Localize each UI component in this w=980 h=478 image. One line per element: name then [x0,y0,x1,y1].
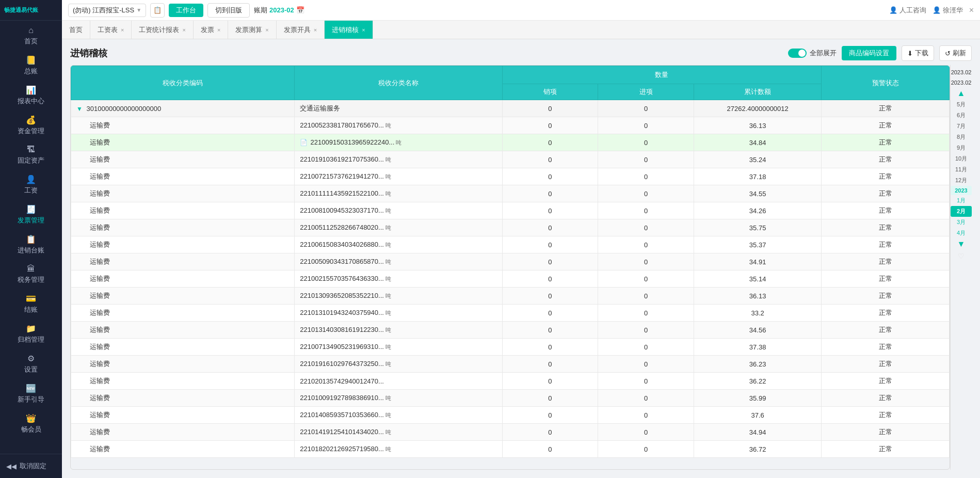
refresh-button[interactable]: ↺ 刷新 [939,45,972,61]
salary-icon: 👤 [26,174,36,184]
table-row[interactable]: 运输费 221007215737621941270... 吨 0 0 37.18… [71,168,950,185]
month-10[interactable]: 10月 [951,153,972,164]
right-panel-year-2023-2[interactable]: 2023.02 [950,77,973,88]
copy-button[interactable]: 📋 [150,3,165,18]
table-row[interactable]: 运输费 221011111435921522100... 吨 0 0 34.55… [71,185,950,202]
capital-icon: 💰 [26,115,36,125]
sidebar-item-report[interactable]: 📊报表中心 [0,80,62,110]
table-row[interactable]: 运输费 221010091927898386910... 吨 0 0 35.99… [71,390,950,407]
month-9[interactable]: 9月 [951,142,972,153]
sidebar-item-invoice[interactable]: 🧾发票管理 [0,199,62,229]
table-row[interactable]: 运输费 📄 221009150313965922240... 吨 0 0 34.… [71,134,950,151]
table-row[interactable]: 运输费 221013093652085352210... 吨 0 0 36.13… [71,288,950,305]
tab-payroll-stats[interactable]: 工资统计报表× [132,21,193,39]
topbar-close-button[interactable]: × [969,6,974,15]
sidebar-item-home[interactable]: ⌂首页 [0,21,62,50]
col-cumulative: 累计数额 [694,84,822,100]
sidebar-item-settle[interactable]: 💳结账 [0,289,62,318]
calendar-icon[interactable]: 📅 [296,6,304,14]
page-title: 进销稽核 [70,47,107,59]
tab-close-payroll[interactable]: × [121,27,124,33]
table-row[interactable]: 运输费 221005112528266748020... 吨 0 0 35.75… [71,219,950,236]
table-row[interactable]: 运输费 221013140308161912230... 吨 0 0 34.56… [71,322,950,339]
sidebar-item-tax[interactable]: 🏛税务管理 [0,259,62,289]
tab-close-invoice-open[interactable]: × [314,27,317,33]
company-selector[interactable]: (勿动) 江西报宝-LSS ▼ [68,4,146,17]
sidebar-item-member[interactable]: 👑畅会员 [0,408,62,438]
table-row[interactable]: 运输费 221019161029764373250... 吨 0 0 36.23… [71,356,950,373]
table-row[interactable]: 运输费 221002155703576436330... 吨 0 0 35.14… [71,270,950,288]
tab-close-invoice-calc[interactable]: × [265,27,268,33]
right-panel-year-2023-top[interactable]: 2023.02 [950,67,973,77]
sidebar-item-guide[interactable]: 🆕新手引导 [0,378,62,408]
col-quantity-group: 数量 [502,66,822,84]
customer-service[interactable]: 👤 人工咨询 [889,6,926,15]
nav-up-arrow[interactable]: ▲ [956,88,967,99]
home-icon: ⌂ [28,26,34,35]
month-11[interactable]: 11月 [951,164,972,175]
month-8[interactable]: 8月 [951,132,972,142]
tab-payroll[interactable]: 工资表× [90,21,132,39]
month-12[interactable]: 12月 [951,175,972,186]
table-row[interactable]: 运输费 221014085935710353660... 吨 0 0 37.6 … [71,407,950,424]
sidebar-item-ledger[interactable]: 📒总账 [0,50,62,80]
col-purchase: 进项 [598,84,694,100]
tab-invoice-calc[interactable]: 发票测算× [228,21,276,39]
month-5[interactable]: 5月 [951,99,972,110]
tab-home[interactable]: 首页 [62,21,90,39]
toggle-control[interactable] [788,49,807,58]
tab-close-payroll-stats[interactable]: × [182,27,185,33]
right-panel-year-2023-label[interactable]: 2023 [951,186,972,195]
month-6[interactable]: 6月 [951,110,972,121]
tab-close-invoice[interactable]: × [217,27,220,33]
app-logo: 畅捷通易代账 [0,0,62,21]
trade-icon: 📋 [26,234,36,244]
table-row[interactable]: 运输费 221008100945323037170... 吨 0 0 34.26… [71,202,950,219]
sidebar-item-archive[interactable]: 📁归档管理 [0,318,62,348]
settings-button[interactable]: 商品编码设置 [842,46,896,60]
unpin-button[interactable]: ◀◀ 取消固定 [0,458,62,474]
table-row[interactable]: 运输费 221020135742940012470... 0 0 36.22 正… [71,373,950,390]
page-actions: 全部展开 商品编码设置 ⬇ 下载 ↺ 刷新 [788,45,972,61]
tab-close-invoice-check[interactable]: × [362,27,365,33]
table-row[interactable]: 运输费 221013101943240375940... 吨 0 0 33.2 … [71,305,950,322]
nav-down-arrow[interactable]: ▼ [956,238,967,250]
sidebar-item-capital[interactable]: 💰资金管理 [0,110,62,140]
table-row[interactable]: 运输费 221007134905231969310... 吨 0 0 37.38… [71,339,950,356]
table-row[interactable]: 运输费 221014191254101434020... 吨 0 0 34.94… [71,424,950,441]
table-row[interactable]: ▼ 30100000000000000000 交通运输服务 0 0 27262.… [71,100,950,117]
tab-invoice[interactable]: 发票× [194,21,228,39]
favorite-icon[interactable]: ♡ [956,250,967,262]
sidebar-item-settings[interactable]: ⚙设置 [0,348,62,378]
expand-toggle[interactable]: 全部展开 [788,49,837,58]
user-profile[interactable]: 👤 徐涇华 [933,6,963,15]
download-button[interactable]: ⬇ 下载 [902,45,934,61]
member-icon: 👑 [26,413,36,423]
month-1[interactable]: 1月 [951,195,972,206]
table-row[interactable]: 运输费 221006150834034026880... 吨 0 0 35.37… [71,236,950,253]
ledger-icon: 📒 [26,55,36,65]
table-row[interactable]: 运输费 221018202126925719580... 吨 0 0 36.72… [71,441,950,458]
topbar: (勿动) 江西报宝-LSS ▼ 📋 工作台 切到旧版 账期 2023-02 📅 … [62,0,980,21]
table-row[interactable]: 运输费 221019103619217075360... 吨 0 0 35.24… [71,151,950,168]
month-3[interactable]: 3月 [951,217,972,228]
sidebar: 畅捷通易代账 ⌂首页📒总账📊报表中心💰资金管理🏗固定资产👤工资🧾发票管理📋进销台… [0,0,62,478]
table-row[interactable]: 运输费 221005233817801765670... 吨 0 0 36.13… [71,117,950,134]
download-icon: ⬇ [907,50,913,57]
col-tax-name: 税收分类名称 [295,66,502,100]
tab-invoice-open[interactable]: 发票开具× [277,21,325,39]
tab-invoice-check[interactable]: 进销稽核× [325,21,373,39]
table-row[interactable]: 运输费 221005090343170865870... 吨 0 0 34.91… [71,253,950,270]
expand-icon[interactable]: ▼ [76,105,83,113]
month-7[interactable]: 7月 [951,121,972,132]
month-2-active[interactable]: 2月 [951,206,972,217]
topbar-right: 👤 人工咨询 👤 徐涇华 × [889,6,974,15]
sidebar-item-trade[interactable]: 📋进销台账 [0,229,62,259]
company-dropdown-arrow: ▼ [136,7,141,13]
sidebar-item-salary[interactable]: 👤工资 [0,169,62,199]
sidebar-item-assets[interactable]: 🏗固定资产 [0,140,62,169]
switch-old-button[interactable]: 切到旧版 [207,3,250,18]
month-4[interactable]: 4月 [951,228,972,238]
settle-icon: 💳 [26,294,36,304]
workbench-button[interactable]: 工作台 [169,4,203,17]
